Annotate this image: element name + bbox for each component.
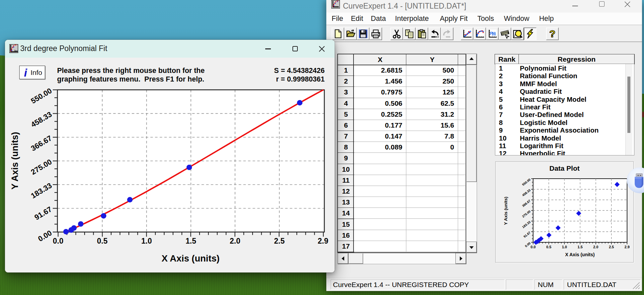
svg-text:275.00: 275.00 bbox=[30, 157, 53, 176]
svg-text:X Axis (units): X Axis (units) bbox=[565, 252, 595, 257]
svg-text:1.5: 1.5 bbox=[186, 237, 196, 245]
svg-text:2.9: 2.9 bbox=[624, 245, 629, 249]
svg-text:91.67: 91.67 bbox=[523, 231, 531, 238]
svg-text:2.0: 2.0 bbox=[230, 237, 240, 245]
svg-text:X Axis (units): X Axis (units) bbox=[162, 253, 220, 264]
svg-text:0.5: 0.5 bbox=[97, 237, 108, 245]
svg-text:0.00: 0.00 bbox=[37, 229, 53, 243]
svg-text:2.9: 2.9 bbox=[318, 237, 328, 245]
svg-text:2.0: 2.0 bbox=[593, 245, 598, 249]
svg-text:275.00: 275.00 bbox=[522, 209, 531, 218]
svg-text:183.33: 183.33 bbox=[30, 181, 53, 200]
svg-text:ks: ks bbox=[15, 49, 18, 53]
svg-text:366.67: 366.67 bbox=[30, 134, 53, 153]
svg-text:Y Axis (units): Y Axis (units) bbox=[503, 197, 508, 225]
svg-text:1.0: 1.0 bbox=[141, 237, 152, 245]
svg-text:458.33: 458.33 bbox=[30, 110, 53, 129]
svg-text:2.5: 2.5 bbox=[274, 237, 285, 245]
svg-text:91.67: 91.67 bbox=[33, 205, 53, 221]
svg-text:Y Axis (units): Y Axis (units) bbox=[10, 132, 20, 190]
svg-text:i: i bbox=[24, 67, 28, 78]
svg-text:?: ? bbox=[549, 29, 555, 39]
svg-text:0.5: 0.5 bbox=[546, 245, 551, 249]
svg-text:0.0: 0.0 bbox=[53, 237, 63, 245]
svg-text:550.00: 550.00 bbox=[30, 87, 53, 105]
svg-text:550.00: 550.00 bbox=[522, 178, 531, 187]
svg-text:0.00: 0.00 bbox=[524, 241, 531, 248]
svg-text:0.0: 0.0 bbox=[530, 245, 535, 249]
svg-text:1.5: 1.5 bbox=[578, 245, 583, 249]
svg-text:366.67: 366.67 bbox=[522, 199, 531, 208]
svg-text:2.5: 2.5 bbox=[609, 245, 614, 249]
svg-text:458.33: 458.33 bbox=[522, 188, 531, 197]
svg-text:P(x): P(x) bbox=[490, 31, 496, 36]
svg-text:183.33: 183.33 bbox=[522, 220, 531, 229]
svg-text:1.0: 1.0 bbox=[562, 245, 567, 249]
